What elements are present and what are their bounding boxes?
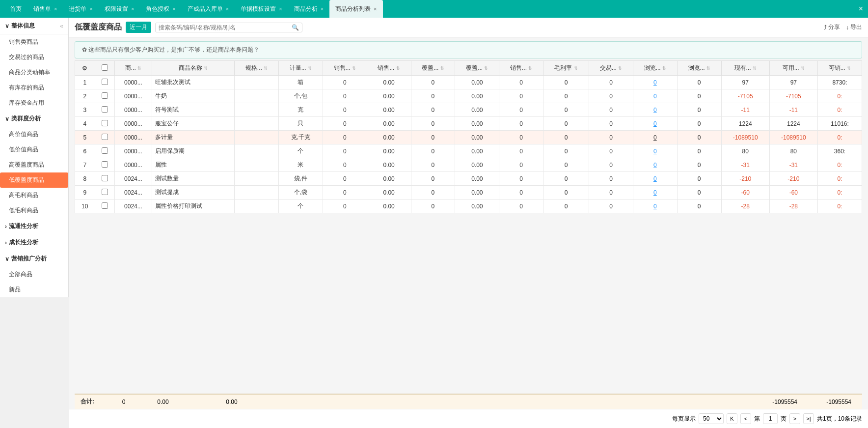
prev-page-button[interactable]: < [740,413,751,424]
sidebar-item-high-coverage[interactable]: 高覆盖度商品 [0,157,68,172]
row-browse1[interactable]: 0 [633,131,677,144]
col-browse1[interactable]: 浏览... ⇅ [633,61,677,76]
sidebar-item-stock-capital[interactable]: 库存资金占用 [0,95,68,111]
row-select-checkbox[interactable] [102,189,108,195]
row-checkbox[interactable] [95,172,114,186]
close-nav-production[interactable]: × [226,6,229,12]
sidebar-growth-analysis[interactable]: › 成长性分析 [0,234,68,251]
sidebar-item-sales-goods[interactable]: 销售类商品 [0,34,68,50]
last-page-button[interactable]: >| [803,413,814,424]
nav-permission-settings[interactable]: 权限设置 × [99,0,140,18]
sidebar-overall-info[interactable]: ∨ 整体信息 [5,22,35,30]
col-browse2[interactable]: 浏览... ⇅ [677,61,721,76]
nav-purchase-order[interactable]: 进货单 × [63,0,98,18]
close-nav-product-analysis[interactable]: × [321,6,324,12]
row-checkbox[interactable] [95,76,114,89]
sidebar-item-all-goods[interactable]: 全部商品 [0,267,68,282]
col-settings[interactable]: ⚙ [75,61,95,76]
row-browse1[interactable]: 0 [633,158,677,172]
sidebar-item-category-turnover[interactable]: 商品分类动销率 [0,65,68,80]
nav-home[interactable]: 首页 [4,0,27,18]
sidebar-collapse-icon[interactable]: « [60,23,63,29]
close-nav-template[interactable]: × [279,6,282,12]
close-nav-purchase-order[interactable]: × [89,6,92,12]
row-sales-qty: 0 [323,186,367,200]
row-checkbox[interactable] [95,144,114,158]
sidebar-group-analysis[interactable]: ∨ 类群度分析 [0,111,68,127]
row-browse1[interactable]: 0 [633,172,677,186]
nav-product-analysis-list[interactable]: 商品分析列表 × [329,0,382,18]
col-available[interactable]: 可用... ⇅ [769,61,817,76]
per-page-select[interactable]: 50 100 200 [699,413,724,424]
sidebar-item-high-margin[interactable]: 高毛利商品 [0,188,68,203]
search-input[interactable] [159,24,290,31]
row-checkbox[interactable] [95,89,114,103]
first-page-button[interactable]: K [727,413,737,424]
row-select-checkbox[interactable] [102,134,108,140]
col-unit[interactable]: 计量... ⇅ [278,61,323,76]
sidebar-item-low-coverage[interactable]: 低覆盖度商品 [0,172,68,188]
nav-role-auth[interactable]: 角色授权 × [140,0,181,18]
col-sales-amt[interactable]: 销售... ⇅ [367,61,411,76]
row-browse1[interactable]: 0 [633,200,677,213]
close-all-tabs-button[interactable]: × [859,4,863,13]
nav-product-analysis[interactable]: 商品分析 × [288,0,329,18]
date-filter-button[interactable]: 近一月 [126,22,151,33]
col-cover1[interactable]: 覆盖... ⇅ [411,61,455,76]
sidebar-item-low-margin[interactable]: 低毛利商品 [0,203,68,218]
col-spec[interactable]: 规格... ⇅ [235,61,279,76]
row-browse1[interactable]: 0 [633,89,677,103]
row-sales2: 0 [499,89,543,103]
sidebar-item-in-stock-goods[interactable]: 有库存的商品 [0,80,68,95]
col-code[interactable]: 商... ⇅ [114,61,152,76]
data-table-container[interactable]: ⚙ 商... ⇅ 商品名称 ⇅ 规格... ⇅ 计量... ⇅ 销售... ⇅ … [75,60,862,394]
col-trade[interactable]: 交易... ⇅ [589,61,633,76]
nav-template-settings[interactable]: 单据模板设置 × [235,0,288,18]
col-current[interactable]: 现有... ⇅ [721,61,769,76]
col-checkbox[interactable] [95,61,114,76]
export-button[interactable]: ↓ 导出 [846,23,862,31]
next-page-button[interactable]: > [789,413,800,424]
col-sales2[interactable]: 销售... ⇅ [499,61,543,76]
sidebar-marketing-analysis[interactable]: ∨ 营销推广分析 [0,251,68,267]
row-select-checkbox[interactable] [102,106,108,113]
row-no: 10 [75,200,95,213]
row-checkbox[interactable] [95,158,114,172]
close-nav-product-analysis-list[interactable]: × [374,6,377,12]
sidebar-item-new-goods[interactable]: 新品 [0,282,68,297]
row-browse1[interactable]: 0 [633,144,677,158]
row-select-checkbox[interactable] [102,79,108,85]
col-sales-qty[interactable]: 销售... ⇅ [323,61,367,76]
row-select-checkbox[interactable] [102,92,108,99]
row-checkbox[interactable] [95,131,114,144]
select-all-checkbox[interactable] [102,64,108,71]
page-number-input[interactable] [763,413,778,424]
row-browse1[interactable]: 0 [633,117,677,131]
row-browse1[interactable]: 0 [633,76,677,89]
row-select-checkbox[interactable] [102,202,108,209]
row-select-checkbox[interactable] [102,147,108,154]
sidebar-item-high-value[interactable]: 高价值商品 [0,127,68,142]
row-select-checkbox[interactable] [102,161,108,168]
row-checkbox[interactable] [95,200,114,213]
row-checkbox[interactable] [95,117,114,131]
nav-sales-order[interactable]: 销售单 × [27,0,63,18]
row-checkbox[interactable] [95,103,114,117]
row-browse1[interactable]: 0 [633,186,677,200]
col-sellable[interactable]: 可销... ⇅ [817,61,862,76]
nav-production-inbound[interactable]: 产成品入库单 × [182,0,235,18]
close-nav-sales-order[interactable]: × [54,6,57,12]
share-button[interactable]: ⤴ 分享 [824,23,840,31]
row-select-checkbox[interactable] [102,175,108,181]
col-gross[interactable]: 毛利率 ⇅ [543,61,589,76]
sidebar-item-traded-goods[interactable]: 交易过的商品 [0,50,68,65]
sidebar-item-low-value[interactable]: 低价值商品 [0,142,68,157]
sidebar-liquidity-analysis[interactable]: › 流通性分析 [0,218,68,234]
row-checkbox[interactable] [95,186,114,200]
close-nav-permission[interactable]: × [131,6,134,12]
col-name[interactable]: 商品名称 ⇅ [152,61,235,76]
row-browse1[interactable]: 0 [633,103,677,117]
col-cover2[interactable]: 覆盖... ⇅ [455,61,499,76]
close-nav-role-auth[interactable]: × [172,6,175,12]
row-select-checkbox[interactable] [102,120,108,126]
